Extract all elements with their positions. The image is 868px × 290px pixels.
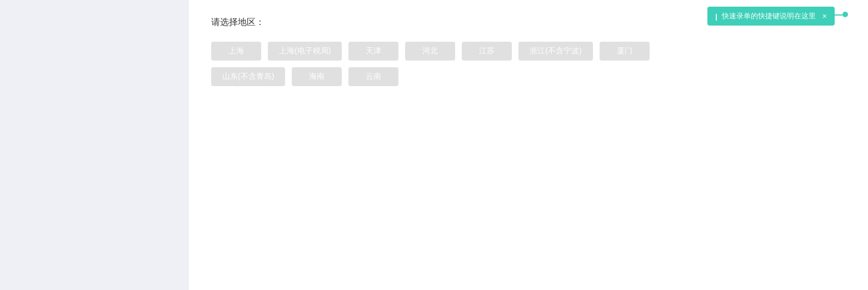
tooltip-close-button[interactable]: ×	[822, 12, 827, 21]
region-row-2: 山东(不含青岛)海南云南	[211, 67, 846, 86]
main-content: 请选择地区： 上海上海(电子税局)天津河北江苏浙江(不含宁波)厦门 山东(不含青…	[189, 0, 868, 290]
region-btn-shandong[interactable]: 山东(不含青岛)	[211, 67, 285, 86]
region-row-1: 上海上海(电子税局)天津河北江苏浙江(不含宁波)厦门	[211, 42, 846, 61]
region-btn-tianjin[interactable]: 天津	[348, 42, 398, 61]
tooltip-dot	[842, 12, 848, 17]
region-btn-xiamen[interactable]: 厦门	[600, 42, 650, 61]
region-btn-zhejiang[interactable]: 浙江(不含宁波)	[518, 42, 592, 61]
left-sidebar	[0, 0, 189, 290]
tooltip-text: 快速录单的快捷键说明在这里	[722, 11, 816, 21]
region-btn-jiangsu[interactable]: 江苏	[462, 42, 512, 61]
region-btn-shanghai[interactable]: 上海	[211, 42, 261, 61]
tooltip-banner: 快速录单的快捷键说明在这里 ×	[707, 7, 835, 26]
region-btn-shanghai-etax[interactable]: 上海(电子税局)	[268, 42, 342, 61]
region-btn-hainan[interactable]: 海南	[292, 67, 342, 86]
tooltip-line	[831, 14, 842, 16]
region-btn-hebei[interactable]: 河北	[405, 42, 455, 61]
region-btn-yunnan[interactable]: 云南	[348, 67, 398, 86]
